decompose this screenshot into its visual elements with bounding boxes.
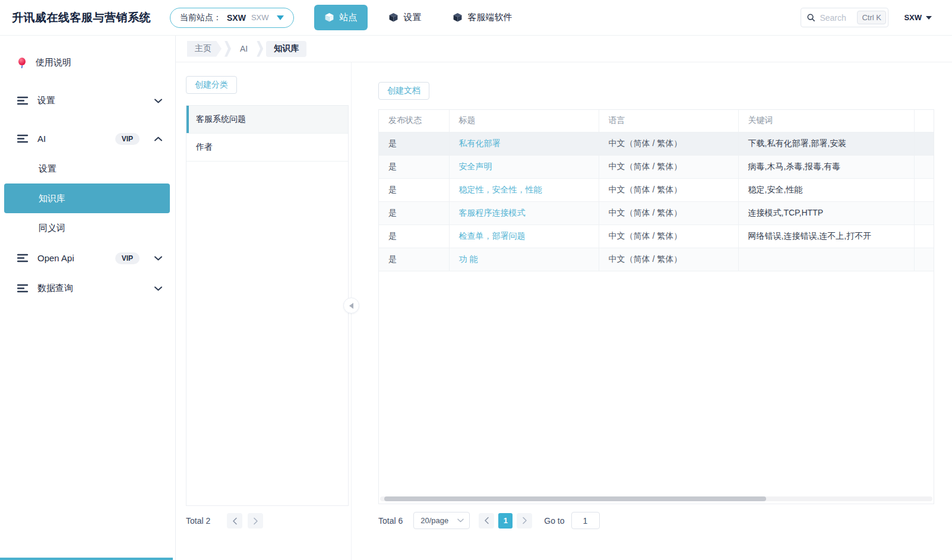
cell-language: 中文（简体 / 繁体） xyxy=(599,248,738,271)
column-header-language: 语言 xyxy=(599,110,738,132)
breadcrumb-separator-icon xyxy=(224,41,231,57)
cell-keywords xyxy=(738,248,914,271)
search-icon xyxy=(806,13,815,22)
sidebar-subitem-ai-settings[interactable]: 设置 xyxy=(0,154,175,183)
table-row: 是 功 能 中文（简体 / 繁体） xyxy=(379,248,934,271)
chevron-left-icon xyxy=(232,517,238,525)
nav-button-site[interactable]: 站点 xyxy=(314,5,368,30)
app-title: 升讯威在线客服与营销系统 xyxy=(12,10,151,26)
nav-button-client-software[interactable]: 客服端软件 xyxy=(442,5,523,30)
cell-language: 中文（简体 / 繁体） xyxy=(599,201,738,224)
category-panel: 创建分类 客服系统问题 作者 Total 2 xyxy=(176,62,352,560)
cell-published: 是 xyxy=(379,248,449,271)
page-number-button-1[interactable]: 1 xyxy=(498,513,513,529)
sidebar-item-usage-guide[interactable]: 使用说明 xyxy=(0,48,175,78)
cell-language: 中文（简体 / 繁体） xyxy=(599,132,738,155)
menu-lines-icon xyxy=(17,96,29,105)
sidebar-subitem-knowledge-base[interactable]: 知识库 xyxy=(4,183,170,213)
search-input[interactable] xyxy=(820,13,853,23)
create-category-button[interactable]: 创建分类 xyxy=(186,76,237,94)
cell-keywords: 病毒,木马,杀毒,报毒,有毒 xyxy=(738,155,914,178)
sidebar-item-label: 设置 xyxy=(37,95,146,106)
vip-badge: VIP xyxy=(115,252,140,264)
column-header-extra xyxy=(914,110,934,132)
menu-lines-icon xyxy=(17,134,29,143)
vip-badge: VIP xyxy=(115,133,140,145)
chevron-right-icon xyxy=(253,517,258,525)
table-row: 是 检查单，部署问题 中文（简体 / 繁体） 网络错误,连接错误,连不上,打不开 xyxy=(379,224,934,248)
category-item-service-system-issues[interactable]: 客服系统问题 xyxy=(186,106,348,134)
sidebar-item-label: AI xyxy=(37,134,106,144)
document-link[interactable]: 安全声明 xyxy=(459,162,492,171)
table-row: 是 安全声明 中文（简体 / 繁体） 病毒,木马,杀毒,报毒,有毒 xyxy=(379,155,934,178)
category-pagination: Total 2 xyxy=(186,513,351,529)
document-pagination: Total 6 20/page 1 xyxy=(378,512,934,529)
breadcrumb-knowledge-base[interactable]: 知识库 xyxy=(266,41,306,57)
panel-collapse-handle[interactable] xyxy=(343,298,359,314)
document-table: 发布状态 标题 语言 关键词 是 私有化部署 xyxy=(379,110,934,271)
category-next-page-button[interactable] xyxy=(248,513,263,529)
cube-icon xyxy=(453,12,463,23)
cell-published: 是 xyxy=(379,224,449,248)
cell-published: 是 xyxy=(379,178,449,201)
breadcrumb-ai[interactable]: AI xyxy=(234,44,254,53)
search-shortcut-badge: Ctrl K xyxy=(857,11,886,24)
chevron-left-icon xyxy=(484,517,489,524)
chevron-down-icon xyxy=(926,16,932,20)
site-selector-label: 当前站点： xyxy=(180,12,222,23)
app-header: 升讯威在线客服与营销系统 当前站点： SXW SXW 站点 设置 xyxy=(0,0,952,36)
sidebar-subitem-synonyms[interactable]: 同义词 xyxy=(0,213,175,243)
document-link[interactable]: 私有化部署 xyxy=(459,138,501,148)
cube-icon xyxy=(324,12,334,23)
breadcrumb-home[interactable]: 主页 xyxy=(187,41,222,57)
create-document-button[interactable]: 创建文档 xyxy=(378,82,429,100)
document-link[interactable]: 稳定性，安全性，性能 xyxy=(459,185,542,194)
horizontal-scrollbar-thumb[interactable] xyxy=(384,496,766,501)
search-box[interactable]: Ctrl K xyxy=(801,8,888,27)
page-size-select[interactable]: 20/page xyxy=(413,512,470,529)
chevron-up-icon xyxy=(154,137,162,141)
sidebar-item-ai[interactable]: AI VIP xyxy=(0,124,175,154)
sidebar-item-settings[interactable]: 设置 xyxy=(0,86,175,116)
cell-language: 中文（简体 / 繁体） xyxy=(599,224,738,248)
nav-button-settings[interactable]: 设置 xyxy=(378,5,432,30)
document-link[interactable]: 检查单，部署问题 xyxy=(459,231,526,241)
breadcrumb-separator-icon xyxy=(257,41,263,57)
sidebar-item-open-api[interactable]: Open Api VIP xyxy=(0,243,175,273)
category-total-label: Total 2 xyxy=(186,516,210,526)
site-selector-value: SXW xyxy=(227,13,246,23)
user-name: SXW xyxy=(904,13,922,22)
sidebar-bottom-accent-bar xyxy=(0,558,173,560)
cell-published: 是 xyxy=(379,155,449,178)
cube-icon xyxy=(388,12,398,23)
sidebar-item-label: 数据查询 xyxy=(37,283,146,294)
site-selector[interactable]: 当前站点： SXW SXW xyxy=(170,8,294,28)
header-nav: 站点 设置 客服端软件 xyxy=(314,5,523,30)
document-table-card: 发布状态 标题 语言 关键词 是 私有化部署 xyxy=(378,109,934,504)
sidebar-subitem-label: 同义词 xyxy=(39,223,65,234)
category-item-author[interactable]: 作者 xyxy=(186,134,348,162)
sidebar-item-label: 使用说明 xyxy=(36,57,71,68)
sidebar-item-data-query[interactable]: 数据查询 xyxy=(0,273,175,303)
document-next-page-button[interactable] xyxy=(517,513,532,529)
nav-button-label: 客服端软件 xyxy=(468,12,513,23)
document-link[interactable]: 客服程序连接模式 xyxy=(459,208,526,217)
category-list: 客服系统问题 作者 xyxy=(186,105,349,506)
chevron-down-icon xyxy=(154,256,162,261)
document-prev-page-button[interactable] xyxy=(479,513,494,529)
goto-label: Go to xyxy=(544,516,564,526)
user-menu[interactable]: SXW xyxy=(904,13,932,22)
table-header-row: 发布状态 标题 语言 关键词 xyxy=(379,110,934,132)
chevron-right-icon xyxy=(522,517,527,524)
category-prev-page-button[interactable] xyxy=(227,513,242,529)
horizontal-scrollbar-track[interactable] xyxy=(380,496,932,501)
chevron-down-icon xyxy=(154,286,162,291)
menu-lines-icon xyxy=(17,254,29,262)
sidebar-subitem-label: 设置 xyxy=(39,163,56,175)
menu-lines-icon xyxy=(17,284,29,293)
document-link[interactable]: 功 能 xyxy=(459,254,478,264)
column-header-title: 标题 xyxy=(449,110,599,132)
goto-page-input[interactable] xyxy=(571,512,600,529)
site-selector-subvalue: SXW xyxy=(251,13,269,22)
cell-keywords: 下载,私有化部署,部署,安装 xyxy=(738,132,914,155)
